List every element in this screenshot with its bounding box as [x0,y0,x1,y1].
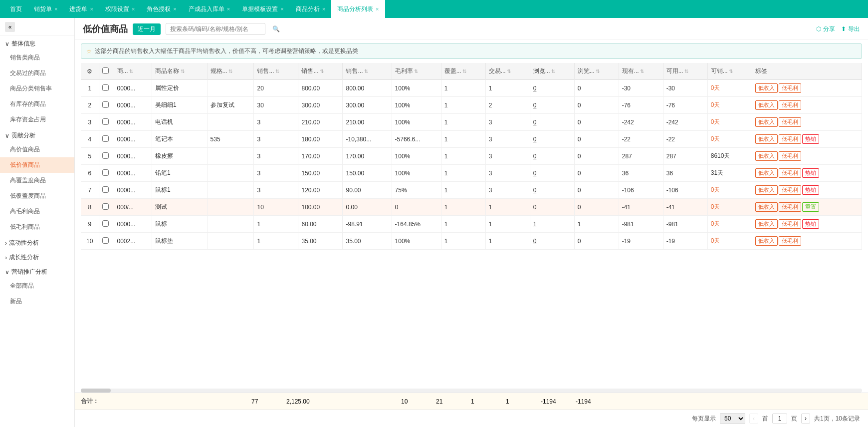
view1-value[interactable]: 0 [533,102,537,109]
row-view1[interactable]: 1 [530,216,574,233]
nav-template-settings[interactable]: 单据模板设置 × [236,0,289,18]
col-settings[interactable]: ⚙ [81,63,99,80]
sidebar-group-overall[interactable]: ∨ 整体信息 [0,35,74,50]
export-button[interactable]: ⬆ 导出 [841,25,860,33]
sidebar-item-inventory-funds[interactable]: 库存资金占用 [0,112,74,127]
row-select-checkbox[interactable] [102,186,109,193]
row-view1[interactable]: 0 [530,148,574,165]
row-checkbox[interactable] [99,165,114,182]
col-sales3[interactable]: 销售... ⇅ [343,63,392,80]
row-select-checkbox[interactable] [102,169,109,176]
col-view2[interactable]: 浏览... ⇅ [574,63,619,80]
nav-permissions[interactable]: 权限设置 × [99,0,141,18]
row-checkbox[interactable] [99,131,114,148]
col-cover[interactable]: 覆盖... ⇅ [441,63,485,80]
view1-value[interactable]: 1 [533,221,537,228]
sidebar-item-category-sales-rate[interactable]: 商品分类销售率 [0,81,74,96]
sidebar-group-marketing[interactable]: ∨ 营销推广分析 [0,264,74,278]
sidebar-item-low-value[interactable]: 低价值商品 [0,157,74,173]
col-name[interactable]: 商品名称 ⇅ [152,63,208,80]
row-view1[interactable]: 0 [530,131,574,148]
col-code[interactable]: 商... ⇅ [114,63,152,80]
col-checkbox[interactable] [99,63,114,80]
nav-finished-goods[interactable]: 产成品入库单 × [183,0,236,18]
nav-roles[interactable]: 角色授权 × [141,0,182,18]
nav-purchase-order[interactable]: 进货单 × [63,0,99,18]
row-checkbox[interactable] [99,114,114,131]
row-checkbox[interactable] [99,97,114,114]
close-icon[interactable]: × [227,6,230,12]
view1-value[interactable]: 0 [533,119,537,126]
prev-page-button[interactable]: ‹ [749,414,758,424]
search-icon[interactable]: 🔍 [272,25,280,32]
row-view1[interactable]: 0 [530,80,574,97]
nav-product-analysis-list[interactable]: 商品分析列表 × [331,0,385,18]
sidebar-group-liquidity[interactable]: › 流动性分析 [0,235,74,249]
sidebar-item-low-margin[interactable]: 低毛利商品 [0,219,74,235]
row-checkbox[interactable] [99,233,114,250]
sidebar-group-contribution[interactable]: ∨ 贡献分析 [0,127,74,142]
sidebar-collapse-btn[interactable]: « [5,22,15,32]
close-icon[interactable]: × [132,6,135,12]
row-view1[interactable]: 0 [530,233,574,250]
col-sales1[interactable]: 销售... ⇅ [254,63,298,80]
view1-value[interactable]: 0 [533,153,537,160]
view1-value[interactable]: 0 [533,136,537,143]
row-select-checkbox[interactable] [102,101,109,108]
share-button[interactable]: ⬡ 分享 [816,25,835,33]
col-view1[interactable]: 浏览... ⇅ [530,63,574,80]
row-checkbox[interactable] [99,182,114,199]
sidebar-item-stocked-products[interactable]: 有库存的商品 [0,96,74,112]
col-stock3[interactable]: 可销... ⇅ [707,63,752,80]
sidebar-item-new-products[interactable]: 新品 [0,294,74,309]
col-trade[interactable]: 交易... ⇅ [485,63,530,80]
row-select-checkbox[interactable] [102,135,109,142]
close-icon[interactable]: × [376,6,379,12]
close-icon[interactable]: × [54,6,57,12]
sidebar-group-growth[interactable]: › 成长性分析 [0,249,74,264]
next-page-button[interactable]: › [801,414,810,424]
row-select-checkbox[interactable] [102,237,109,244]
page-size-select[interactable]: 50 100 [720,413,745,424]
nav-product-analysis[interactable]: 商品分析 × [290,0,331,18]
sidebar-item-traded-products[interactable]: 交易过的商品 [0,65,74,81]
search-input[interactable] [166,23,265,35]
row-checkbox[interactable] [99,216,114,233]
view1-value[interactable]: 0 [533,187,537,194]
row-view1[interactable]: 0 [530,114,574,131]
row-select-checkbox[interactable] [102,203,109,210]
col-sales2[interactable]: 销售... ⇅ [298,63,343,80]
sidebar-item-low-coverage[interactable]: 低覆盖度商品 [0,188,74,204]
col-spec[interactable]: 规格... ⇅ [207,63,254,80]
horizontal-scrollbar[interactable] [81,389,862,393]
select-all-checkbox[interactable] [102,67,109,74]
col-stock1[interactable]: 现有... ⇅ [619,63,663,80]
close-icon[interactable]: × [90,6,93,12]
row-select-checkbox[interactable] [102,152,109,159]
sidebar-item-all-products[interactable]: 全部商品 [0,278,74,294]
row-checkbox[interactable] [99,148,114,165]
nav-sales-order[interactable]: 销货单 × [28,0,63,18]
view1-value[interactable]: 0 [533,204,537,211]
page-input[interactable] [772,414,787,424]
sidebar-item-sales-products[interactable]: 销售类商品 [0,50,74,65]
row-view1[interactable]: 0 [530,97,574,114]
row-view1[interactable]: 0 [530,182,574,199]
close-icon[interactable]: × [280,6,283,12]
sidebar-item-high-coverage[interactable]: 高覆盖度商品 [0,173,74,188]
col-stock2[interactable]: 可用... ⇅ [663,63,707,80]
close-icon[interactable]: × [173,6,176,12]
time-filter-button[interactable]: 近一月 [133,23,161,35]
view1-value[interactable]: 0 [533,85,537,92]
scrollbar-thumb[interactable] [81,389,111,393]
row-select-checkbox[interactable] [102,220,109,227]
row-checkbox[interactable] [99,80,114,97]
nav-home[interactable]: 首页 [4,0,28,18]
col-margin[interactable]: 毛利率 ⇅ [392,63,441,80]
row-select-checkbox[interactable] [102,84,109,91]
sidebar-item-high-value[interactable]: 高价值商品 [0,142,74,157]
sidebar-item-high-margin[interactable]: 高毛利商品 [0,204,74,219]
row-select-checkbox[interactable] [102,118,109,125]
close-icon[interactable]: × [322,6,325,12]
view1-value[interactable]: 0 [533,170,537,177]
